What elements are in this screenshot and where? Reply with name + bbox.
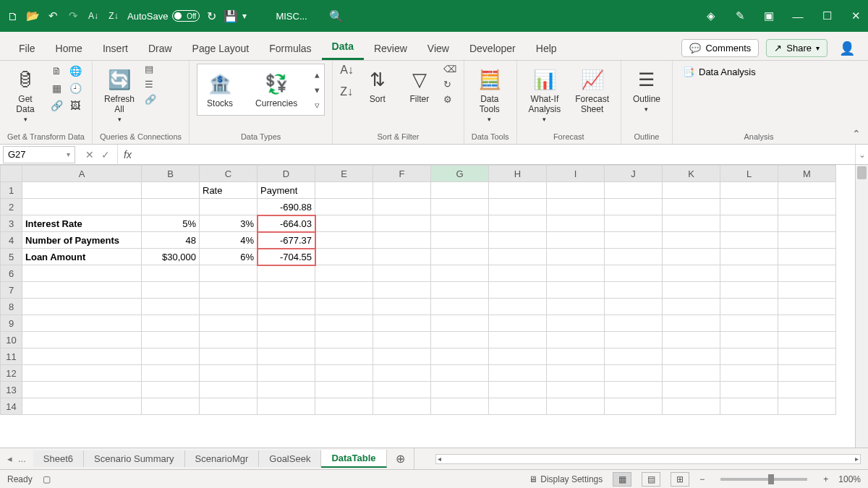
cell-M8[interactable]: [778, 299, 836, 315]
cell-H8[interactable]: [489, 299, 547, 315]
sheet-tab-goalseek[interactable]: GoalSeek: [259, 450, 321, 467]
from-table-icon[interactable]: ▦: [49, 81, 64, 95]
cell-J12[interactable]: [605, 365, 663, 382]
edit-links-icon[interactable]: 🔗: [145, 94, 156, 105]
data-analysis-button[interactable]: 📑Data Analysis: [680, 64, 759, 80]
sort-za-icon[interactable]: Z↓: [340, 85, 354, 98]
cell-J6[interactable]: [605, 265, 663, 282]
cell-K12[interactable]: [663, 365, 720, 382]
cell-L13[interactable]: [720, 382, 778, 398]
cancel-icon[interactable]: ✕: [85, 149, 94, 160]
what-if-button[interactable]: 📊What-If Analysis▾: [524, 64, 566, 126]
cell-I10[interactable]: [547, 332, 605, 348]
row-header-11[interactable]: 11: [1, 348, 22, 365]
cell-J13[interactable]: [605, 382, 663, 398]
cell-A5[interactable]: Loan Amount: [22, 249, 142, 265]
cell-B8[interactable]: [142, 299, 200, 315]
cell-G3[interactable]: [431, 215, 489, 232]
cell-E1[interactable]: [315, 182, 373, 199]
cell-H1[interactable]: [489, 182, 547, 199]
cell-M13[interactable]: [778, 382, 836, 398]
cell-F14[interactable]: [373, 398, 431, 415]
cell-M10[interactable]: [778, 332, 836, 348]
cell-J5[interactable]: [605, 249, 663, 265]
cell-I7[interactable]: [547, 282, 605, 299]
sheet-tab-scenario-summary[interactable]: Scenario Summary: [84, 450, 185, 467]
cell-B5[interactable]: $30,000: [142, 249, 200, 265]
cell-E3[interactable]: [315, 215, 373, 232]
search-icon[interactable]: 🔍: [329, 9, 344, 23]
filter-button[interactable]: ▽Filter: [401, 64, 438, 107]
cell-H13[interactable]: [489, 382, 547, 398]
cell-H14[interactable]: [489, 398, 547, 415]
cell-I14[interactable]: [547, 398, 605, 415]
cell-E6[interactable]: [315, 265, 373, 282]
cell-C7[interactable]: [200, 282, 258, 299]
cell-F3[interactable]: [373, 215, 431, 232]
cell-D8[interactable]: [258, 299, 315, 315]
row-header-10[interactable]: 10: [1, 332, 22, 348]
cell-A10[interactable]: [22, 332, 142, 348]
cell-A7[interactable]: [22, 282, 142, 299]
get-data-button[interactable]: 🛢 Get Data▾: [7, 64, 43, 126]
cell-H11[interactable]: [489, 348, 547, 365]
cell-K9[interactable]: [663, 315, 720, 332]
cell-L8[interactable]: [720, 299, 778, 315]
sync-icon[interactable]: ↻: [207, 9, 216, 23]
cell-E8[interactable]: [315, 299, 373, 315]
row-header-5[interactable]: 5: [1, 249, 22, 265]
row-header-8[interactable]: 8: [1, 299, 22, 315]
cell-F10[interactable]: [373, 332, 431, 348]
cell-B13[interactable]: [142, 382, 200, 398]
col-header-H[interactable]: H: [489, 166, 547, 182]
cell-L10[interactable]: [720, 332, 778, 348]
cell-B7[interactable]: [142, 282, 200, 299]
sort-desc-icon[interactable]: Z↓: [107, 9, 120, 22]
horizontal-scrollbar[interactable]: ◂▸: [435, 454, 861, 464]
cell-A11[interactable]: [22, 348, 142, 365]
cell-L5[interactable]: [720, 249, 778, 265]
cell-J9[interactable]: [605, 315, 663, 332]
autosave-toggle[interactable]: AutoSave Off: [127, 10, 200, 22]
redo-icon[interactable]: ↷: [67, 9, 80, 22]
cell-H3[interactable]: [489, 215, 547, 232]
cell-G8[interactable]: [431, 299, 489, 315]
add-sheet-button[interactable]: ⊕: [387, 452, 414, 466]
row-header-7[interactable]: 7: [1, 282, 22, 299]
tab-page-layout[interactable]: Page Layout: [182, 37, 260, 60]
qat-more-icon[interactable]: ▾: [242, 11, 247, 21]
cell-I11[interactable]: [547, 348, 605, 365]
scroll-down-icon[interactable]: ▾: [315, 85, 320, 95]
toggle-off-icon[interactable]: Off: [172, 10, 200, 22]
cell-C9[interactable]: [200, 315, 258, 332]
col-header-M[interactable]: M: [778, 166, 836, 182]
collapse-ribbon-icon[interactable]: ⌃: [845, 124, 868, 144]
view-page-layout-icon[interactable]: ▤: [642, 472, 660, 487]
cell-J3[interactable]: [605, 215, 663, 232]
cell-C12[interactable]: [200, 365, 258, 382]
row-header-2[interactable]: 2: [1, 199, 22, 215]
from-web-icon[interactable]: 🌐: [68, 64, 82, 78]
cell-H2[interactable]: [489, 199, 547, 215]
cell-L2[interactable]: [720, 199, 778, 215]
cell-F2[interactable]: [373, 199, 431, 215]
cell-K1[interactable]: [663, 182, 720, 199]
open-file-icon[interactable]: 📂: [26, 9, 39, 22]
cell-D13[interactable]: [258, 382, 315, 398]
cell-I8[interactable]: [547, 299, 605, 315]
cell-F1[interactable]: [373, 182, 431, 199]
col-header-G[interactable]: G: [431, 166, 489, 182]
cell-M7[interactable]: [778, 282, 836, 299]
cell-I9[interactable]: [547, 315, 605, 332]
share-button[interactable]: ↗Share▾: [766, 39, 827, 57]
cell-G4[interactable]: [431, 232, 489, 249]
cell-L11[interactable]: [720, 348, 778, 365]
cell-F7[interactable]: [373, 282, 431, 299]
cell-L6[interactable]: [720, 265, 778, 282]
new-file-icon[interactable]: 🗋: [6, 9, 19, 22]
cell-E13[interactable]: [315, 382, 373, 398]
cell-I3[interactable]: [547, 215, 605, 232]
cell-L7[interactable]: [720, 282, 778, 299]
cell-D4[interactable]: -677.37: [258, 232, 315, 249]
cell-C8[interactable]: [200, 299, 258, 315]
